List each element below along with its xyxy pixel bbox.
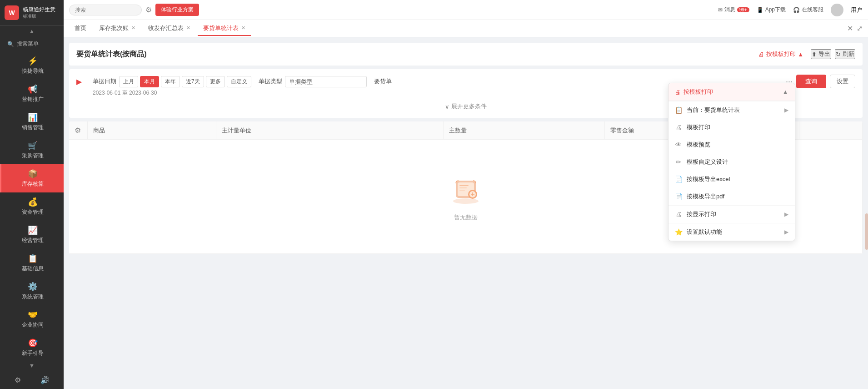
refresh-label: 刷新 [843,50,854,58]
tab-inventory-batch[interactable]: 库存批次账 ✕ [94,21,141,36]
template-custom-item[interactable]: ✏ 模板自定义设计 [668,153,795,171]
maximize-window-btn[interactable]: ⤢ [857,24,863,33]
message-icon: ✉ [718,7,723,13]
display-print-section[interactable]: 🖨 按显示打印 ▶ [668,205,795,223]
inventory-icon: 📦 [28,169,38,179]
sidebar-item-guide[interactable]: 🎯 新手引导 [0,333,64,360]
trial-btn[interactable]: 体验行业方案 [155,4,199,16]
sidebar-item-operation[interactable]: 📈 经营管理 [0,221,64,249]
current-template-item[interactable]: 📋 当前：要货单统计表 ▶ [668,101,795,119]
sidebar-item-label: 销售管理 [22,124,44,131]
system-icon: ⚙️ [28,282,38,292]
yh-label: 要货单 [374,77,392,86]
refresh-btn[interactable]: ↻ 刷新 [835,49,855,59]
footer-sound-btn[interactable]: 🔊 [40,376,50,384]
sidebar-item-label: 库存核算 [22,180,44,188]
sidebar-item-label: 企业协同 [22,321,44,329]
set-default-section[interactable]: ⭐ 设置默认功能 ▶ [668,223,795,241]
current-template-label: 当前：要货单统计表 [687,106,740,114]
topbar-gear-icon[interactable]: ⚙ [145,5,152,14]
page-header: 要货单统计表(按商品) 🖨 按模板打印 ▲ ⬆ 导出 ↻ 刷新 [69,43,863,66]
template-pdf-item[interactable]: 📄 按模板导出pdf [668,188,795,205]
online-service-label: 在线客服 [802,6,823,14]
chevron-up-icon: ▲ [798,51,803,58]
date-btn-prev-month[interactable]: 上月 [119,76,138,87]
display-print-icon: 🖨 [675,211,682,218]
set-default-label: 设置默认功能 [687,228,722,236]
print-btn[interactable]: 🖨 按模板打印 ▲ [755,48,807,60]
yh-filter: 要货单 [374,77,392,86]
query-btn[interactable]: 查询 [796,75,826,88]
basic-icon: 📋 [28,253,38,263]
date-btn-this-year[interactable]: 本年 [161,76,180,87]
tab-order-stats[interactable]: 要货单统计表 ✕ [198,21,251,36]
avatar[interactable] [831,4,843,16]
footer-settings-btn[interactable]: ⚙ [15,376,21,384]
sidebar-item-inventory[interactable]: 📦 库存核算 [0,164,64,192]
scroll-up-btn[interactable]: ▲ [0,26,64,36]
settings-btn[interactable]: 设置 [830,75,855,88]
date-btn-custom[interactable]: 自定义 [227,76,251,87]
sidebar-item-purchase[interactable]: 🛒 采购管理 [0,136,64,164]
sidebar-item-finance[interactable]: 💰 资金管理 [0,192,64,221]
sidebar-item-system[interactable]: ⚙️ 系统管理 [0,277,64,305]
sidebar-item-label: 采购管理 [22,152,44,160]
template-print-label: 模板打印 [687,123,710,131]
date-btn-more[interactable]: 更多 [206,76,225,87]
tab-order-stats-close[interactable]: ✕ [241,25,245,31]
sidebar-item-shortcut[interactable]: ⚡ 快捷导航 [0,51,64,80]
sidebar-search[interactable]: 🔍 搜索菜单 [0,36,64,51]
date-btn-7days[interactable]: 近7天 [182,76,204,87]
scroll-down-btn[interactable]: ▼ [0,360,64,371]
current-template-icon: 📋 [675,106,682,114]
topbar-search-input[interactable] [69,5,142,15]
export-btn[interactable]: ⬆ 导出 [811,49,831,59]
operation-icon: 📈 [28,225,38,235]
print-label: 按模板打印 [766,50,796,58]
tab-receipt-summary-close[interactable]: ✕ [186,25,190,31]
topbar-right: ✉ 消息 99+ 📱 App下载 🎧 在线客服 用户 [718,4,863,16]
close-window-btn[interactable]: ✕ [847,24,853,33]
sales-icon: 📊 [28,112,38,122]
template-print-icon: 🖨 [675,124,682,131]
display-print-label: 按显示打印 [687,210,716,218]
refresh-icon: ↻ [836,51,841,58]
column-settings-icon[interactable]: ⚙ [75,126,81,134]
sidebar-item-label: 资金管理 [22,208,44,216]
set-default-icon: ⭐ [675,228,682,236]
marketing-icon: 📢 [28,84,38,94]
date-btn-this-month[interactable]: 本月 [140,76,159,87]
scroll-hint[interactable] [865,213,868,250]
template-pdf-label: 按模板导出pdf [687,192,724,201]
app-download-btn[interactable]: 📱 App下载 [757,6,786,14]
sidebar-item-enterprise[interactable]: 🤝 企业协同 [0,305,64,333]
sidebar: W 畅康通好生意 标准版 ▲ 🔍 搜索菜单 ⚡ 快捷导航 📢 营销推广 📊 销售… [0,0,64,389]
dropdown-close-btn[interactable]: ▲ [782,88,788,96]
tabs-bar: 首页 库存批次账 ✕ 收发存汇总表 ✕ 要货单统计表 ✕ ✕ ⤢ [64,20,868,37]
online-service-btn[interactable]: 🎧 在线客服 [793,6,823,14]
template-preview-item[interactable]: 👁 模板预览 [668,136,795,153]
svg-rect-8 [459,187,467,188]
display-print-chevron: ▶ [784,211,788,217]
sidebar-item-sales[interactable]: 📊 销售管理 [0,108,64,136]
logo-icon: W [5,5,19,20]
messages-btn[interactable]: ✉ 消息 99+ [718,6,749,14]
tab-home[interactable]: 首页 [69,21,92,36]
sidebar-nav: ⚡ 快捷导航 📢 营销推广 📊 销售管理 🛒 采购管理 📦 库存核算 💰 资金管… [0,51,64,360]
sidebar-item-marketing[interactable]: 📢 营销推广 [0,80,64,108]
doc-type-select[interactable]: 单据类型 [285,76,367,87]
template-preview-label: 模板预览 [687,141,710,149]
print-dropdown-menu: 🖨 按模板打印 ▲ 📋 当前：要货单统计表 ▶ 🖨 模板打印 👁 模板预览 [668,83,795,241]
svg-rect-7 [459,185,469,186]
sidebar-item-basic[interactable]: 📋 基础信息 [0,249,64,277]
expand-label: 展开更多条件 [451,102,487,111]
filter-expand-icon[interactable]: ▶ [76,77,85,86]
template-excel-item[interactable]: 📄 按模板导出excel [668,171,795,188]
chevron-down-icon: ∨ [445,103,449,110]
enterprise-icon: 🤝 [28,310,38,320]
col-extra [799,121,863,140]
tab-inventory-batch-close[interactable]: ✕ [131,25,135,31]
tab-receipt-summary-label: 收发存汇总表 [148,24,184,32]
template-print-item[interactable]: 🖨 模板打印 [668,119,795,136]
tab-receipt-summary[interactable]: 收发存汇总表 ✕ [143,21,196,36]
